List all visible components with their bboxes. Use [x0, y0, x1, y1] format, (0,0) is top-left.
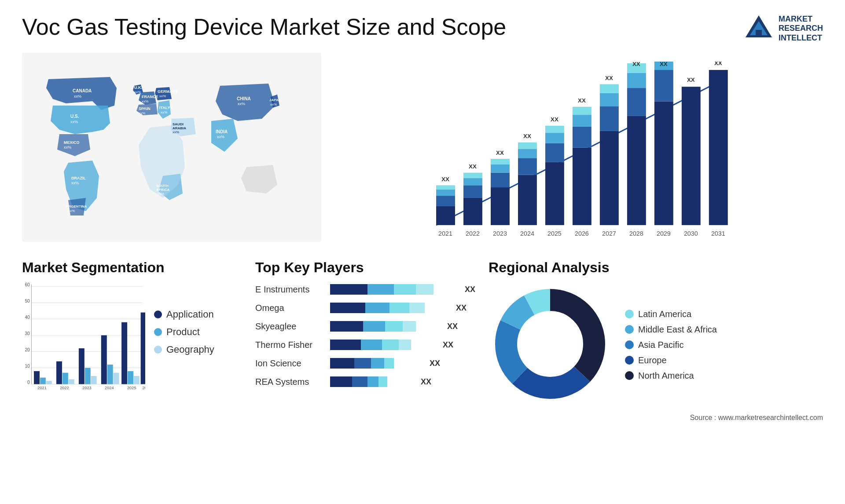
- growth-chart-svg: XX XX XX XX: [339, 62, 823, 242]
- svg-text:xx%: xx%: [74, 94, 81, 99]
- svg-text:XX: XX: [687, 77, 695, 83]
- logo-line2: RESEARCH: [779, 24, 823, 33]
- svg-text:xx%: xx%: [64, 145, 71, 150]
- growth-chart-container: XX XX XX XX: [339, 53, 823, 242]
- svg-text:50: 50: [25, 299, 30, 303]
- svg-rect-40: [436, 190, 455, 196]
- svg-rect-121: [85, 368, 91, 384]
- svg-text:xx%: xx%: [68, 209, 75, 213]
- player-name: Ion Science: [255, 358, 326, 369]
- svg-rect-148: [361, 340, 382, 350]
- svg-text:2029: 2029: [657, 230, 671, 237]
- svg-rect-54: [518, 158, 537, 175]
- svg-rect-69: [600, 106, 619, 131]
- player-bar-container: XX: [330, 282, 475, 296]
- svg-rect-77: [654, 102, 673, 225]
- regional-title: Regional Analysis: [489, 259, 823, 276]
- svg-rect-125: [107, 365, 113, 384]
- svg-rect-61: [545, 126, 564, 133]
- svg-rect-44: [463, 185, 482, 198]
- svg-text:0: 0: [27, 380, 30, 385]
- legend-dot-product: [154, 328, 162, 336]
- svg-text:BRAZIL: BRAZIL: [71, 176, 86, 180]
- svg-text:xx%: xx%: [71, 181, 79, 185]
- svg-rect-41: [436, 185, 455, 190]
- reg-legend-item-europe: Europe: [625, 355, 717, 365]
- legend-item-geography: Geography: [154, 344, 214, 355]
- top-section: CANADA xx% U.S. xx% MEXICO xx% BRAZIL xx…: [22, 53, 823, 242]
- svg-text:30: 30: [25, 331, 30, 336]
- svg-rect-130: [134, 376, 140, 384]
- svg-text:2025: 2025: [127, 386, 136, 390]
- svg-text:xx%: xx%: [70, 120, 78, 124]
- svg-text:2021: 2021: [438, 230, 452, 237]
- svg-rect-74: [627, 88, 646, 116]
- svg-text:MEXICO: MEXICO: [64, 140, 80, 145]
- svg-rect-64: [573, 127, 592, 148]
- svg-text:XX: XX: [632, 62, 640, 67]
- page-container: Voc Gas Testing Device Market Size and S…: [0, 0, 845, 504]
- player-row: Skyeaglee XX: [255, 319, 475, 333]
- legend-dot-application: [154, 310, 162, 318]
- svg-rect-154: [384, 358, 394, 369]
- svg-text:2031: 2031: [711, 230, 725, 237]
- reg-legend-label-europe: Europe: [638, 355, 667, 365]
- svg-rect-65: [573, 115, 592, 127]
- svg-text:ARABIA: ARABIA: [173, 126, 186, 130]
- player-row: E Instruments XX: [255, 282, 475, 296]
- legend-item-product: Product: [154, 326, 214, 338]
- reg-legend-dot-europe: [625, 356, 634, 365]
- svg-rect-50: [491, 164, 510, 173]
- legend-label-geography: Geography: [166, 344, 214, 355]
- svg-rect-75: [627, 73, 646, 88]
- svg-text:xx%: xx%: [217, 135, 224, 139]
- svg-text:U.K.: U.K.: [134, 85, 142, 90]
- player-bar-container: XX: [330, 356, 475, 370]
- player-xx: XX: [456, 303, 467, 313]
- svg-text:xx%: xx%: [238, 102, 245, 106]
- logo-line1: MARKET: [779, 15, 823, 24]
- svg-text:2024: 2024: [105, 386, 114, 390]
- logo-line3: INTELLECT: [779, 33, 823, 43]
- svg-rect-151: [330, 358, 354, 369]
- world-map-svg: CANADA xx% U.S. xx% MEXICO xx% BRAZIL xx…: [22, 53, 321, 242]
- svg-text:2022: 2022: [466, 230, 480, 237]
- player-xx: XX: [443, 340, 453, 350]
- svg-rect-140: [365, 303, 389, 313]
- svg-rect-142: [409, 303, 425, 313]
- svg-text:2027: 2027: [602, 230, 616, 237]
- svg-text:ARGENTINA: ARGENTINA: [66, 205, 87, 208]
- svg-rect-46: [463, 173, 482, 178]
- svg-rect-149: [382, 340, 399, 350]
- logo-icon: [743, 13, 774, 44]
- svg-text:XX: XX: [551, 116, 558, 123]
- reg-legend-dot-mea: [625, 325, 634, 334]
- svg-rect-139: [330, 303, 365, 313]
- svg-text:CANADA: CANADA: [73, 88, 92, 93]
- players-container: Top Key Players E Instruments XX: [255, 259, 475, 389]
- svg-rect-59: [545, 143, 564, 162]
- svg-text:10: 10: [25, 364, 30, 369]
- svg-rect-71: [600, 84, 619, 93]
- svg-rect-143: [330, 321, 363, 332]
- svg-text:XX: XX: [660, 62, 668, 67]
- player-row: Thermo Fisher XX: [255, 338, 475, 352]
- svg-rect-124: [101, 335, 107, 384]
- players-title: Top Key Players: [255, 259, 475, 276]
- svg-rect-116: [56, 362, 62, 384]
- svg-rect-68: [600, 131, 619, 225]
- page-title: Voc Gas Testing Device Market Size and S…: [22, 13, 506, 40]
- svg-point-164: [519, 313, 581, 375]
- svg-rect-48: [491, 187, 510, 225]
- reg-legend-label-na: North America: [638, 371, 694, 381]
- svg-text:2023: 2023: [82, 386, 92, 390]
- player-name: E Instruments: [255, 285, 326, 295]
- segmentation-container: Market Segmentation 0 10 20 30 40 50 60: [22, 259, 242, 392]
- svg-text:xx%: xx%: [159, 94, 166, 98]
- svg-rect-2: [756, 30, 762, 37]
- regional-container: Regional Analysis: [489, 259, 823, 422]
- players-list: E Instruments XX Omega: [255, 282, 475, 389]
- svg-text:60: 60: [25, 282, 30, 287]
- reg-legend-dot-na: [625, 371, 634, 380]
- svg-rect-152: [354, 358, 371, 369]
